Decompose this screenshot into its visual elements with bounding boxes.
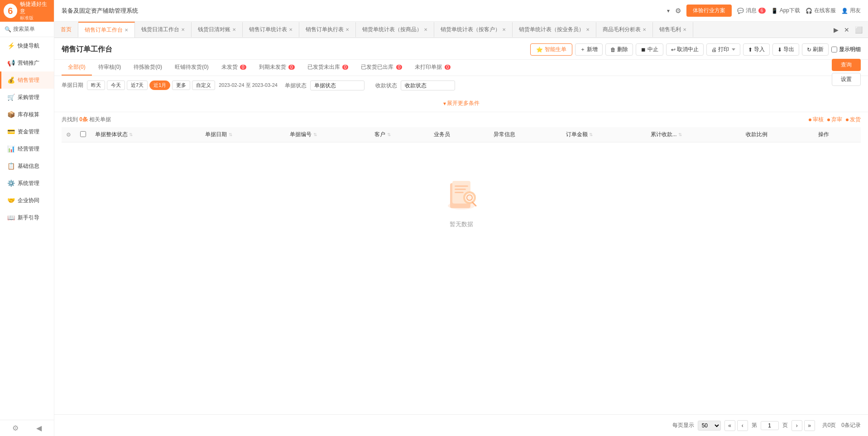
sub-tab-shipped-not-out[interactable]: 已发货未出库 0 — [301, 60, 355, 76]
tab-close-icon[interactable]: ✕ — [586, 27, 590, 32]
date-btn-more[interactable]: 更多 — [172, 81, 190, 90]
dropdown-icon[interactable]: ▾ — [667, 8, 670, 14]
tab-close-icon[interactable]: ✕ — [125, 28, 128, 33]
status-filter-select[interactable]: 单据状态 — [310, 81, 364, 90]
page-number-input[interactable] — [761, 421, 779, 430]
delete-button[interactable]: 🗑 删除 — [605, 43, 633, 56]
user-button[interactable]: 👤 用友 — [841, 7, 861, 14]
sidebar-item-quick-nav[interactable]: ⚡ 快捷导航 — [0, 37, 54, 54]
sub-tab-pending-inspect[interactable]: 待拣验货(0) — [127, 60, 168, 76]
star-icon: ⭐ — [536, 47, 543, 53]
sort-date-icon[interactable]: ⇅ — [229, 132, 232, 137]
add-button[interactable]: ＋ 新增 — [575, 43, 603, 56]
tabs-fullscreen-button[interactable]: ⬜ — [853, 25, 864, 34]
show-detail-toggle[interactable]: 显示明细 — [831, 46, 861, 53]
online-service-button[interactable]: 🎧 在线客服 — [806, 7, 836, 14]
import-button[interactable]: ⬆ 导入 — [743, 43, 770, 56]
date-btn-yesterday[interactable]: 昨天 — [87, 81, 105, 90]
sidebar-item-marketing[interactable]: 📢 营销推广 — [0, 54, 54, 71]
tab-close-icon[interactable]: ✕ — [289, 27, 293, 32]
page-last-button[interactable]: » — [804, 420, 815, 431]
date-filter-row: 单据日期 昨天 今天 近7天 近1月 更多 自定义 2023-02-24 至 2… — [62, 81, 278, 90]
page-prev-button[interactable]: ‹ — [737, 420, 748, 431]
tab-sales-stats[interactable]: 销售订单统计表 ✕ — [243, 22, 299, 37]
table-col-checkbox[interactable] — [76, 127, 91, 142]
expand-filter-icon: ▾ — [443, 100, 446, 107]
tab-sales-workbench[interactable]: 销售订单工作台 ✕ — [78, 22, 135, 38]
tab-close-icon[interactable]: ✕ — [345, 27, 349, 32]
industry-solution-button[interactable]: 体验行业方案 — [686, 5, 732, 17]
sidebar-item-purchase[interactable]: 🛒 采购管理 — [0, 89, 54, 106]
tab-close-icon[interactable]: ✕ — [643, 27, 646, 32]
sort-amount-icon[interactable]: ⇅ — [589, 132, 593, 137]
tab-sales-exec[interactable]: 销售订单执行表 ✕ — [299, 22, 356, 37]
export-button[interactable]: ⬇ 导出 — [772, 43, 799, 56]
empty-icon — [439, 170, 484, 215]
sub-tab-all[interactable]: 全部(0) — [62, 60, 92, 76]
settings-icon[interactable]: ⚙ — [12, 424, 19, 432]
print-button[interactable]: 🖨 打印 — [706, 43, 740, 56]
tab-gross-profit[interactable]: 商品毛利分析表 ✕ — [596, 22, 653, 37]
date-btn-7days[interactable]: 近7天 — [127, 81, 148, 90]
sort-number-icon[interactable]: ⇅ — [313, 132, 317, 137]
gear-settings-icon[interactable]: ⚙ — [675, 7, 681, 15]
page-first-button[interactable]: « — [724, 420, 735, 431]
tab-close-icon[interactable]: ✕ — [424, 27, 427, 32]
sub-tab-expired[interactable]: 到期未发货 0 — [253, 60, 301, 76]
page-next-button[interactable]: › — [791, 420, 802, 431]
table-col-settings[interactable]: ⚙ — [62, 127, 76, 142]
tab-close-icon[interactable]: ✕ — [683, 27, 686, 32]
sidebar-item-guide[interactable]: 📖 新手引导 — [0, 209, 54, 226]
sidebar-item-enterprise[interactable]: 🤝 企业协同 — [0, 192, 54, 209]
sidebar-item-system[interactable]: ⚙️ 系统管理 — [0, 175, 54, 192]
sort-status-icon[interactable]: ⇅ — [129, 132, 133, 137]
tab-sales-by-customer[interactable]: 销货单统计表（按客户） ✕ — [434, 22, 513, 37]
sort-customer-icon[interactable]: ⇅ — [387, 132, 391, 137]
sidebar-item-operations[interactable]: 📊 经营管理 — [0, 140, 54, 157]
tab-home[interactable]: 首页 — [54, 22, 78, 37]
sidebar-item-sales[interactable]: 💰 销售管理 — [0, 71, 54, 89]
query-button[interactable]: 查询 — [832, 59, 861, 71]
date-btn-custom[interactable]: 自定义 — [192, 81, 215, 90]
status-filter-label: 单据状态 — [285, 82, 307, 90]
date-btn-1month[interactable]: 近1月 — [149, 81, 170, 90]
table-col-status: 单据整体状态 ⇅ — [91, 127, 201, 142]
audit-button[interactable]: 审核 — [809, 116, 824, 123]
tab-sales-profit[interactable]: 销售毛利 ✕ — [653, 22, 693, 37]
select-all-checkbox[interactable] — [80, 131, 86, 137]
sub-tab-unshipped[interactable]: 未发货 0 — [215, 60, 253, 76]
sub-tab-shipped-out[interactable]: 已发货已出库 0 — [355, 60, 408, 76]
show-detail-checkbox[interactable] — [831, 47, 837, 52]
app-download-button[interactable]: 📱 App下载 — [771, 7, 800, 14]
date-btn-today[interactable]: 今天 — [107, 81, 125, 90]
tab-close-icon[interactable]: ✕ — [232, 27, 236, 32]
sidebar-item-finance[interactable]: 💳 资金管理 — [0, 123, 54, 140]
tab-sales-by-staff[interactable]: 销货单统计表（按业务员） ✕ — [513, 22, 596, 37]
per-page-select[interactable]: 10 20 50 100 — [698, 421, 721, 431]
tab-cash-reconcile[interactable]: 钱货日清对账 ✕ — [192, 22, 243, 37]
tab-close-icon[interactable]: ✕ — [181, 27, 185, 32]
collapse-icon[interactable]: ◀ — [36, 424, 42, 432]
tab-sales-by-product[interactable]: 销货单统计表（按商品） ✕ — [356, 22, 434, 37]
refresh-button[interactable]: ↻ 刷新 — [802, 43, 829, 56]
cancel-stop-button[interactable]: ↩ 取消中止 — [666, 43, 704, 56]
tabs-scroll-right-button[interactable]: ▶ — [832, 25, 840, 34]
tab-cash-daily[interactable]: 钱货日清工作台 ✕ — [135, 22, 192, 37]
sub-tab-pending-review[interactable]: 待审核(0) — [92, 60, 128, 76]
sidebar-item-basic-info[interactable]: 📋 基础信息 — [0, 157, 54, 175]
sub-tab-wangpu[interactable]: 旺铺待发货(0) — [168, 60, 215, 76]
cancel-audit-button[interactable]: 弃审 — [827, 116, 842, 123]
sub-tab-unprinted[interactable]: 未打印单据 0 — [408, 60, 457, 76]
tabs-close-all-button[interactable]: ✕ — [842, 25, 851, 34]
sidebar-item-inventory[interactable]: 📦 库存核算 — [0, 106, 54, 123]
search-menu[interactable]: 🔍 搜索菜单 — [0, 22, 54, 37]
payment-filter-select[interactable]: 收款状态 — [401, 81, 455, 90]
filter-settings-button[interactable]: 设置 — [832, 73, 861, 86]
message-button[interactable]: 💬 消息 6 — [737, 7, 766, 14]
tab-close-icon[interactable]: ✕ — [502, 27, 506, 32]
expand-filter-button[interactable]: ▾ 展开更多条件 — [443, 100, 480, 107]
sort-collected-icon[interactable]: ⇅ — [678, 132, 682, 137]
smart-create-button[interactable]: ⭐ 智能生单 — [530, 43, 572, 56]
stop-button[interactable]: ⏹ 中止 — [636, 43, 663, 56]
ship-button[interactable]: 发货 — [846, 116, 861, 123]
